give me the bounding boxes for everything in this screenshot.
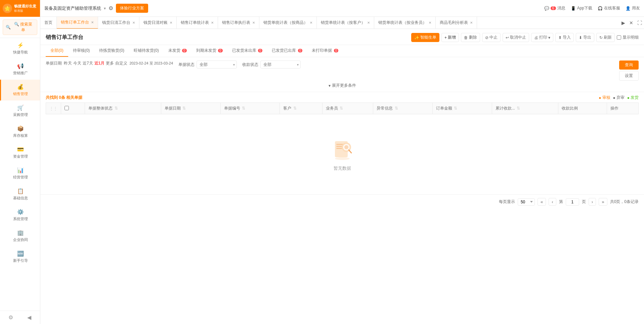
tab-cash-goods-reconcile[interactable]: 钱货日清对账 ✕ <box>139 17 177 29</box>
sub-tab-pending-review[interactable]: 待审核(0) <box>68 45 95 57</box>
th-drag: ⋮⋮ <box>46 103 61 114</box>
sub-tab-overdue-ship[interactable]: 到期未发货 0 <box>191 45 227 57</box>
tab-close-all-button[interactable]: ✕ <box>627 20 635 26</box>
select-all-checkbox[interactable] <box>65 106 69 110</box>
tab-close-icon[interactable]: ✕ <box>429 21 431 25</box>
search-menu-button[interactable]: 🔍 🔍 搜索菜单 <box>3 19 37 35</box>
sub-tab-shipped-not-stocked[interactable]: 已发货未出库 0 <box>227 45 267 57</box>
per-page-select[interactable]: 50 10 20 100 <box>518 198 535 206</box>
show-detail-checkbox[interactable] <box>617 35 621 40</box>
tab-sales-order-workbench[interactable]: 销售订单工作台 ✕ <box>57 17 98 29</box>
review-action-button[interactable]: ● 审核 <box>599 95 610 100</box>
date-opt-custom[interactable]: 自定义 <box>115 60 127 66</box>
tab-label: 钱货日清对账 <box>143 20 168 26</box>
stop-button[interactable]: ⊘ 中止 <box>482 33 501 42</box>
sidebar-item-sales[interactable]: 💰 销售管理 <box>0 80 40 100</box>
query-button[interactable]: 查询 <box>619 60 639 70</box>
first-page-button[interactable]: « <box>538 198 546 206</box>
date-opt-more[interactable]: 更多 <box>106 60 114 66</box>
tab-close-icon[interactable]: ✕ <box>470 21 473 25</box>
import-button[interactable]: ⬆ 导入 <box>555 33 574 42</box>
tab-close-icon[interactable]: ✕ <box>132 21 135 25</box>
system-settings-icon[interactable]: ⚙ <box>109 5 113 11</box>
tab-close-icon[interactable]: ✕ <box>252 21 255 25</box>
tab-product-margin[interactable]: 商品毛利分析表 ✕ <box>436 17 477 29</box>
tab-home[interactable]: 首页 <box>40 17 57 29</box>
tab-close-icon[interactable]: ✕ <box>367 21 370 25</box>
smart-create-button[interactable]: ✨ 智能生单 <box>411 33 439 42</box>
tab-sales-order-execute[interactable]: 销售订单执行表 ✕ <box>218 17 259 29</box>
payment-filter-label: 收款状态 <box>242 62 258 68</box>
tab-close-icon[interactable]: ✕ <box>211 21 214 25</box>
sidebar-item-guide[interactable]: 🆕 新手引导 <box>0 246 40 267</box>
setup-button[interactable]: 设置 <box>619 71 639 81</box>
export-button[interactable]: ⬇ 导出 <box>576 33 594 42</box>
payment-select[interactable]: 全部 <box>260 60 301 69</box>
sidebar-collapse-button[interactable]: ◀ <box>22 314 38 321</box>
next-page-button[interactable]: › <box>589 198 596 206</box>
sidebar-item-enterprise[interactable]: 🏢 企业协同 <box>0 226 40 246</box>
refresh-button[interactable]: ↻ 刷新 <box>596 33 615 42</box>
sidebar-search-area: 🔍 🔍 搜索菜单 <box>0 17 40 38</box>
status-select[interactable]: 全部 <box>197 60 237 69</box>
tab-close-icon[interactable]: ✕ <box>310 21 312 25</box>
sidebar-settings-button[interactable]: ⚙ <box>3 314 19 321</box>
empty-text: 暂无数据 <box>334 165 351 171</box>
sort-icon: ⇅ <box>517 106 520 111</box>
empty-illustration <box>329 134 356 161</box>
last-page-button[interactable]: » <box>599 198 607 206</box>
page-input[interactable] <box>566 198 579 206</box>
expand-filter-button[interactable]: ▾ 展开更多条件 <box>46 83 639 88</box>
sub-tab-label: 到期未发货 <box>196 48 216 53</box>
tab-cash-daily[interactable]: 钱货日清工作台 ✕ <box>98 17 139 29</box>
date-opt-7days[interactable]: 近7天 <box>83 60 93 66</box>
show-detail-toggle[interactable]: 显示明细 <box>617 35 639 40</box>
th-checkbox <box>61 103 85 114</box>
sidebar-item-operations[interactable]: 📊 经营管理 <box>0 163 40 184</box>
message-button[interactable]: 💬 6 消息 <box>544 5 565 11</box>
tab-fullscreen-button[interactable]: ⛶ <box>635 20 644 26</box>
logo-sub: 标准版 <box>14 9 36 13</box>
online-service-label: 在线客服 <box>604 5 620 11</box>
industry-plan-button[interactable]: 体验行业方案 <box>116 4 148 13</box>
add-button[interactable]: + 新增 <box>441 33 459 42</box>
date-opt-yesterday[interactable]: 昨天 <box>64 60 72 66</box>
sidebar-item-label: 库存核算 <box>13 133 28 138</box>
tab-sales-stats-customer[interactable]: 销货单统计表（按客户） ✕ <box>317 17 374 29</box>
sub-tab-not-shipped[interactable]: 未发货 0 <box>164 45 191 57</box>
th-date: 单据日期 ⇅ <box>161 103 221 114</box>
search-icon: 🔍 <box>6 25 11 30</box>
sidebar-item-marketing[interactable]: 📢 营销推广 <box>0 59 40 80</box>
online-service-button[interactable]: 🎧 在线客服 <box>598 5 620 11</box>
ship-action-button[interactable]: ● 发货 <box>627 95 639 100</box>
sub-tab-pending-inspect[interactable]: 待拣货验货(0) <box>94 45 129 57</box>
tab-sales-stats-staff[interactable]: 销货单统计表（按业务员） ✕ <box>374 17 436 29</box>
cancel-review-action-button[interactable]: ● 弃审 <box>613 95 625 100</box>
sidebar-item-system[interactable]: ⚙️ 系统管理 <box>0 205 40 226</box>
tab-close-icon[interactable]: ✕ <box>91 21 94 24</box>
sidebar-item-basic[interactable]: 📋 基础信息 <box>0 184 40 205</box>
cancel-stop-button[interactable]: ↩ 取消中止 <box>503 33 529 42</box>
date-opt-1month[interactable]: 近1月 <box>94 60 105 66</box>
sidebar-item-purchase[interactable]: 🛒 采购管理 <box>0 100 40 121</box>
tab-scroll-right-button[interactable]: ▶ <box>619 20 627 26</box>
delete-button[interactable]: 🗑 删除 <box>461 33 480 42</box>
sidebar-item-inventory[interactable]: 📦 库存核算 <box>0 121 40 142</box>
add-label: 新增 <box>448 35 456 40</box>
tab-sales-stats-product[interactable]: 销货单统计表（按商品） ✕ <box>259 17 317 29</box>
tab-close-icon[interactable]: ✕ <box>170 21 172 25</box>
sub-tab-not-printed[interactable]: 未打印单据 0 <box>307 45 343 57</box>
tab-sales-order-stats[interactable]: 销售订单统计表 ✕ <box>177 17 218 29</box>
print-button[interactable]: 🖨 打印 ▾ <box>531 33 553 42</box>
user-menu-button[interactable]: 👤 用友 <box>626 5 640 11</box>
th-abnormal-label: 异常信息 <box>377 106 393 111</box>
system-title-dropdown-icon[interactable]: ▾ <box>104 6 106 11</box>
sub-tab-wangpu-ship[interactable]: 旺铺待发货(0) <box>129 45 164 57</box>
sub-tab-all[interactable]: 全部(0) <box>46 45 68 57</box>
sidebar-item-quick-nav[interactable]: ⚡ 快捷导航 <box>0 38 40 59</box>
prev-page-button[interactable]: ‹ <box>549 198 556 206</box>
sidebar-item-finance[interactable]: 💳 资金管理 <box>0 142 40 163</box>
sub-tab-shipped-stocked[interactable]: 已发货已出库 0 <box>267 45 307 57</box>
app-download-button[interactable]: 📱 App下载 <box>571 5 592 11</box>
date-opt-today[interactable]: 今天 <box>73 60 81 66</box>
